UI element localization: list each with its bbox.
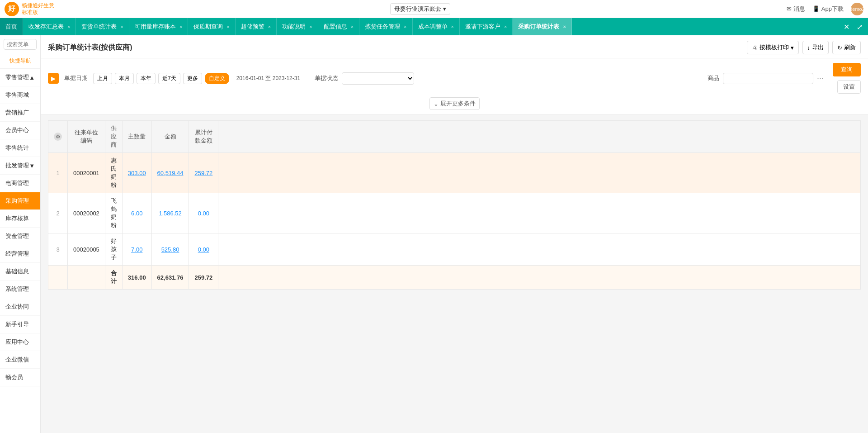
- main-layout: 快捷导航 零售管理 ▲ 零售商城 营销推广 会员中心 零售统计 批发管理 ▼: [0, 35, 868, 433]
- workspace-selector[interactable]: 母婴行业演示账套 ▾: [390, 3, 450, 15]
- sidebar-item-purchase[interactable]: 采购管理: [0, 192, 40, 210]
- page-title: 采购订单统计表(按供应商): [48, 43, 132, 52]
- sidebar-shortcut[interactable]: 快捷导航: [0, 53, 40, 69]
- date-label: 单据日期: [64, 74, 88, 82]
- printer-icon: 🖨: [752, 44, 758, 51]
- tab-6[interactable]: 配置信息 ×: [318, 18, 359, 35]
- more-options-icon[interactable]: ···: [817, 74, 824, 83]
- chevron-down-icon: ▾: [791, 44, 794, 51]
- message-btn[interactable]: ✉ 消息: [787, 5, 805, 13]
- tab-home[interactable]: 首页: [0, 18, 23, 35]
- row-qty[interactable]: 303.00: [122, 153, 151, 193]
- sidebar-item-finance[interactable]: 资金管理: [0, 228, 40, 245]
- row-amount[interactable]: 1,586.52: [151, 193, 189, 233]
- table-settings-icon[interactable]: ⚙: [54, 133, 62, 141]
- sidebar-item-system[interactable]: 系统管理: [0, 281, 40, 298]
- tab-0[interactable]: 收发存汇总表 ×: [23, 18, 76, 35]
- sidebar-item-marketing[interactable]: 营销推广: [0, 104, 40, 122]
- sidebar-item-stock[interactable]: 库存核算: [0, 210, 40, 228]
- sidebar-item-collab[interactable]: 企业协同: [0, 298, 40, 316]
- close-all-tabs-btn[interactable]: ✕: [842, 22, 851, 32]
- sidebar-item-operation[interactable]: 经营管理: [0, 245, 40, 263]
- export-button[interactable]: ↓ 导出: [802, 41, 829, 54]
- sidebar-item-ecommerce[interactable]: 电商管理: [0, 175, 40, 192]
- refresh-button[interactable]: ↻ 刷新: [832, 41, 861, 54]
- maximize-btn[interactable]: ⤢: [855, 22, 864, 32]
- refresh-icon: ↻: [837, 44, 842, 51]
- col-qty: 主数量: [122, 121, 151, 153]
- row-qty[interactable]: 6.00: [122, 193, 151, 233]
- avatar[interactable]: demo2: [851, 3, 863, 15]
- sidebar-item-retail-shop[interactable]: 零售商城: [0, 86, 40, 104]
- footer-paid: 259.72: [189, 266, 218, 290]
- goods-input[interactable]: [723, 73, 813, 84]
- tab-10[interactable]: 采购订单统计表 ×: [513, 18, 571, 35]
- chevron-down-icon: ▾: [443, 5, 446, 12]
- status-select[interactable]: [342, 72, 414, 85]
- logo-icon: 好: [5, 2, 19, 16]
- row-paid[interactable]: 0.00: [189, 233, 218, 266]
- date-btn-last-month[interactable]: 上月: [93, 73, 112, 84]
- sidebar-item-wechat[interactable]: 企业微信: [0, 351, 40, 369]
- row-amount[interactable]: 60,519.44: [151, 153, 189, 193]
- row-amount[interactable]: 525.80: [151, 233, 189, 266]
- search-input[interactable]: [4, 39, 37, 50]
- tab-7[interactable]: 拣货任务管理 ×: [359, 18, 412, 35]
- tab-1[interactable]: 要货单统计表 ×: [76, 18, 129, 35]
- close-tab-2[interactable]: ×: [179, 24, 182, 29]
- toggle-filter-btn[interactable]: ▶: [48, 73, 59, 84]
- query-button[interactable]: 查询: [833, 63, 861, 76]
- date-btn-this-year[interactable]: 本年: [137, 73, 156, 84]
- close-tab-10[interactable]: ×: [563, 24, 566, 29]
- print-button[interactable]: 🖨 按模板打印 ▾: [747, 41, 799, 54]
- tab-4[interactable]: 超储预警 ×: [236, 18, 277, 35]
- close-tab-6[interactable]: ×: [351, 24, 354, 29]
- close-tab-4[interactable]: ×: [268, 24, 271, 29]
- date-btn-custom[interactable]: 自定义: [205, 73, 229, 84]
- close-tab-0[interactable]: ×: [67, 24, 70, 29]
- date-shortcut-btns: 上月 本月 本年 近7天 更多 自定义: [93, 73, 229, 84]
- sidebar-item-wholesale[interactable]: 批发管理 ▼: [0, 157, 40, 175]
- sidebar-item-app-center[interactable]: 应用中心: [0, 333, 40, 351]
- close-tab-5[interactable]: ×: [309, 24, 312, 29]
- data-table: ⚙ 往来单位编码 供应商 主数量 金额 累计付款金额 1 00020001: [48, 120, 861, 290]
- col-amount: 金额: [151, 121, 189, 153]
- tab-3[interactable]: 保质期查询 ×: [188, 18, 235, 35]
- col-supplier: 供应商: [105, 121, 122, 153]
- row-num: 2: [48, 193, 68, 233]
- tab-5[interactable]: 功能说明 ×: [277, 18, 318, 35]
- row-supplier: 惠氏奶粉: [105, 153, 122, 193]
- row-num: 3: [48, 233, 68, 266]
- tab-9[interactable]: 邀请下游客户 ×: [460, 18, 513, 35]
- sidebar-item-basic-info[interactable]: 基础信息: [0, 263, 40, 281]
- row-qty[interactable]: 7.00: [122, 233, 151, 266]
- date-btn-this-month[interactable]: 本月: [115, 73, 134, 84]
- settings-button[interactable]: 设置: [837, 80, 861, 94]
- col-extra: [218, 121, 861, 153]
- row-supplier: 飞鹤奶粉: [105, 193, 122, 233]
- close-tab-7[interactable]: ×: [404, 24, 406, 29]
- sidebar-item-guide[interactable]: 新手引导: [0, 316, 40, 333]
- sidebar-item-retail-mgmt[interactable]: 零售管理 ▲: [0, 69, 40, 86]
- row-paid[interactable]: 0.00: [189, 193, 218, 233]
- col-settings: ⚙: [48, 121, 68, 153]
- row-paid[interactable]: 259.72: [189, 153, 218, 193]
- nav-tabs: 首页 收发存汇总表 × 要货单统计表 × 可用量库存账本 × 保质期查询 × 超…: [0, 18, 868, 35]
- close-tab-3[interactable]: ×: [226, 24, 229, 29]
- app-download-btn[interactable]: 📱 App下载: [812, 5, 844, 13]
- tab-8[interactable]: 成本调整单 ×: [413, 18, 460, 35]
- sidebar-item-retail-stats[interactable]: 零售统计: [0, 139, 40, 157]
- close-tab-8[interactable]: ×: [451, 24, 454, 29]
- sidebar-item-member[interactable]: 会员中心: [0, 122, 40, 139]
- tab-2[interactable]: 可用量库存账本 ×: [129, 18, 188, 35]
- table-container: ⚙ 往来单位编码 供应商 主数量 金额 累计付款金额 1 00020001: [41, 115, 868, 433]
- expand-more-btn[interactable]: ⌄ 展开更多条件: [429, 97, 480, 110]
- close-tab-9[interactable]: ×: [504, 24, 507, 29]
- sidebar-item-member2[interactable]: 畅会员: [0, 369, 40, 386]
- footer-amount: 62,631.76: [151, 266, 189, 290]
- logo-text: 畅捷通好生意 标准版: [22, 2, 54, 15]
- sidebar: 快捷导航 零售管理 ▲ 零售商城 营销推广 会员中心 零售统计 批发管理 ▼: [0, 35, 41, 433]
- close-tab-1[interactable]: ×: [120, 24, 123, 29]
- date-btn-more[interactable]: 更多: [183, 73, 202, 84]
- date-btn-7days[interactable]: 近7天: [158, 73, 180, 84]
